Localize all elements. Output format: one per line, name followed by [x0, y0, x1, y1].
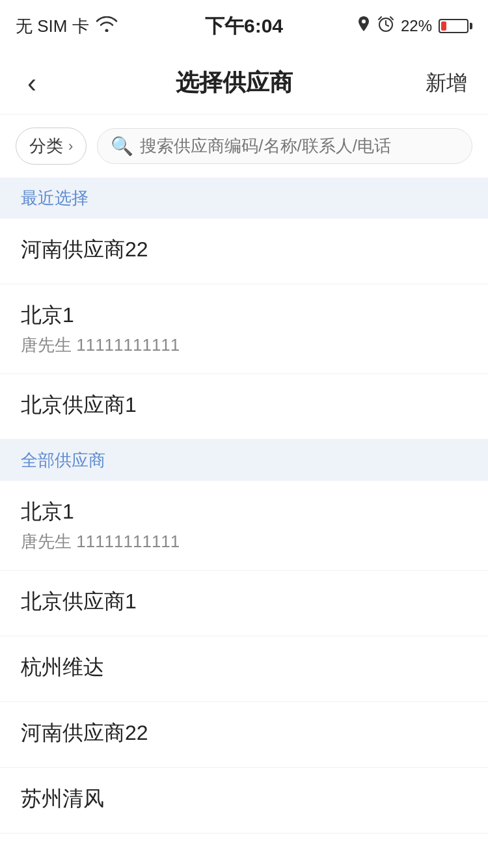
item-name: 北京供应商1: [21, 588, 467, 616]
list-item[interactable]: 苏州清风: [0, 768, 488, 834]
recent-items-list: 河南供应商22北京1唐先生 11111111111北京供应商1: [0, 219, 488, 440]
item-name: 北京1: [21, 498, 467, 526]
battery-icon: [439, 19, 472, 33]
recent-section-label: 最近选择: [21, 188, 88, 208]
all-items-list: 北京1唐先生 11111111111北京供应商1杭州维达河南供应商22苏州清风: [0, 481, 488, 834]
item-sub: 唐先生 11111111111: [21, 530, 467, 553]
list-item[interactable]: 杭州维达: [0, 636, 488, 702]
recent-section-header: 最近选择: [0, 178, 488, 219]
back-button[interactable]: ‹: [21, 61, 43, 105]
item-sub: 唐先生 11111111111: [21, 334, 467, 357]
nav-bar: ‹ 选择供应商 新增: [0, 52, 488, 115]
list-item[interactable]: 北京1唐先生 11111111111: [0, 481, 488, 571]
item-name: 河南供应商22: [21, 236, 467, 264]
search-box[interactable]: 🔍: [97, 128, 472, 164]
category-filter[interactable]: 分类 ›: [16, 128, 87, 165]
alarm-icon: [377, 16, 394, 36]
status-left: 无 SIM 卡: [16, 15, 118, 38]
battery-percentage: 22%: [401, 17, 432, 35]
status-bar: 无 SIM 卡 下午6:04 22%: [0, 0, 488, 52]
list-item[interactable]: 北京1唐先生 11111111111: [0, 284, 488, 374]
search-icon: 🔍: [111, 135, 133, 157]
wifi-icon: [96, 16, 118, 36]
location-icon: [357, 16, 371, 36]
carrier-text: 无 SIM 卡: [16, 15, 89, 38]
item-name: 北京1: [21, 301, 467, 330]
item-name: 河南供应商22: [21, 719, 467, 748]
category-label: 分类: [29, 135, 63, 157]
item-name: 北京供应商1: [21, 391, 467, 420]
svg-point-0: [362, 20, 366, 23]
page-title: 选择供应商: [176, 67, 293, 99]
list-item[interactable]: 河南供应商22: [0, 702, 488, 768]
search-input[interactable]: [140, 136, 459, 156]
list-item[interactable]: 北京供应商1: [0, 374, 488, 440]
time-display: 下午6:04: [205, 13, 283, 40]
add-button[interactable]: 新增: [426, 69, 467, 98]
item-name: 苏州清风: [21, 785, 467, 813]
chevron-right-icon: ›: [68, 138, 73, 155]
list-item[interactable]: 北京供应商1: [0, 571, 488, 636]
status-right: 22%: [357, 16, 472, 36]
list-item[interactable]: 河南供应商22: [0, 219, 488, 284]
all-section-header: 全部供应商: [0, 440, 488, 481]
item-name: 杭州维达: [21, 653, 467, 682]
filter-bar: 分类 › 🔍: [0, 115, 488, 178]
all-section-label: 全部供应商: [21, 450, 105, 470]
